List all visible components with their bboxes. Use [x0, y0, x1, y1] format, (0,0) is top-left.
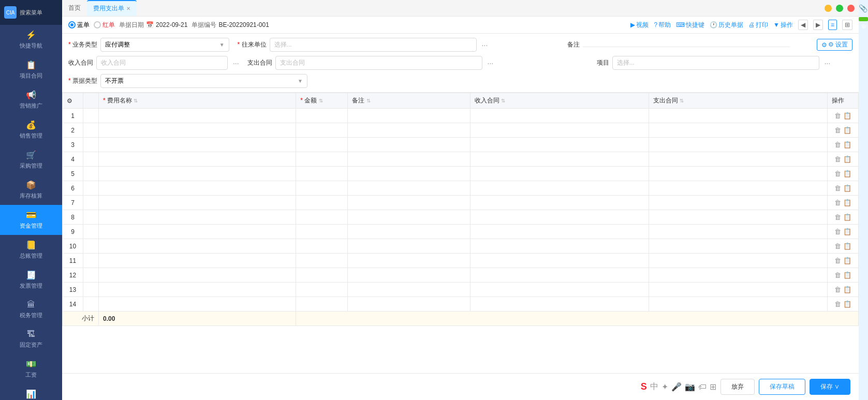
row-1-delete-icon[interactable]: 🗑: [834, 112, 841, 120]
row-13-income-contract[interactable]: [470, 283, 649, 297]
view-grid-button[interactable]: ⊞: [842, 20, 852, 30]
row-7-delete-icon[interactable]: 🗑: [834, 199, 841, 206]
row-10-name[interactable]: [99, 239, 296, 254]
row-12-income-contract[interactable]: [470, 268, 649, 283]
toolbar-help-button[interactable]: ?帮助: [654, 21, 671, 29]
row-11-expense-contract[interactable]: [649, 254, 827, 268]
row-2-name[interactable]: [99, 123, 296, 138]
row-8-delete-icon[interactable]: 🗑: [834, 213, 841, 221]
business-type-select[interactable]: 应付调整 ▼: [100, 38, 229, 52]
project-more-icon[interactable]: ···: [825, 59, 831, 67]
sidebar-item-tax[interactable]: 🏛税务管理: [0, 295, 62, 324]
row-11-income-contract[interactable]: [470, 254, 649, 268]
row-11-name[interactable]: [99, 254, 296, 268]
row-11-amount[interactable]: [296, 254, 348, 268]
row-12-amount[interactable]: [296, 268, 348, 283]
row-9-memo[interactable]: [348, 225, 470, 239]
row-10-expense-contract[interactable]: [649, 239, 827, 254]
toolbar-video-button[interactable]: ▶视频: [630, 21, 649, 29]
row-1-copy-icon[interactable]: 📋: [843, 112, 851, 120]
footer-icon-2[interactable]: ✦: [661, 382, 668, 392]
nav-prev-button[interactable]: ◀: [798, 20, 808, 30]
toolbar-operate-button[interactable]: ▼操作: [773, 21, 793, 29]
row-1-name[interactable]: [99, 109, 296, 123]
row-8-expense-contract[interactable]: [649, 210, 827, 225]
row-2-memo[interactable]: [348, 123, 470, 138]
row-12-memo[interactable]: [348, 268, 470, 283]
partner-input[interactable]: 选择...: [270, 38, 477, 52]
row-2-income-contract[interactable]: [470, 123, 649, 138]
col-expense-contract-header[interactable]: 支出合同 ⇅: [649, 93, 827, 109]
row-14-delete-icon[interactable]: 🗑: [834, 300, 841, 308]
window-maximize-button[interactable]: [836, 5, 843, 12]
save-draft-button[interactable]: 保存草稿: [759, 379, 805, 395]
toolbar-history-button[interactable]: 🕐历史单据: [710, 21, 743, 29]
row-9-copy-icon[interactable]: 📋: [843, 228, 851, 235]
row-11-memo[interactable]: [348, 254, 470, 268]
row-4-name[interactable]: [99, 152, 296, 167]
sidebar-item-sales[interactable]: 💰销售管理: [0, 115, 62, 145]
sidebar-item-project-contract[interactable]: 📋项目合同: [0, 55, 62, 85]
row-6-copy-icon[interactable]: 📋: [843, 184, 851, 192]
row-8-amount[interactable]: [296, 210, 348, 225]
row-8-name[interactable]: [99, 210, 296, 225]
row-4-delete-icon[interactable]: 🗑: [834, 155, 841, 163]
row-13-memo[interactable]: [348, 283, 470, 297]
red-radio[interactable]: [94, 21, 101, 28]
row-13-delete-icon[interactable]: 🗑: [834, 286, 841, 293]
row-6-name[interactable]: [99, 181, 296, 196]
row-5-amount[interactable]: [296, 167, 348, 181]
footer-icon-5[interactable]: 🏷: [698, 382, 707, 392]
window-minimize-button[interactable]: [825, 5, 832, 12]
sidebar-item-salary[interactable]: 💵工资: [0, 354, 62, 384]
tab-home[interactable]: 首页: [62, 0, 87, 16]
row-8-income-contract[interactable]: [470, 210, 649, 225]
sidebar-item-inventory[interactable]: 📦库存核算: [0, 175, 62, 205]
footer-icon-6[interactable]: ⊞: [710, 382, 716, 392]
row-3-name[interactable]: [99, 138, 296, 152]
row-12-delete-icon[interactable]: 🗑: [834, 271, 841, 279]
row-6-income-contract[interactable]: [470, 181, 649, 196]
invoice-type-select[interactable]: 不开票 ▼: [100, 74, 307, 88]
row-1-expense-contract[interactable]: [649, 109, 827, 123]
expense-contract-more-icon[interactable]: ···: [488, 59, 494, 67]
row-10-amount[interactable]: [296, 239, 348, 254]
right-sidebar-item-1[interactable]: 📎: [858, 2, 868, 15]
col-memo-header[interactable]: 备注 ⇅: [348, 93, 470, 109]
toolbar-shortcut-button[interactable]: ⌨快捷键: [676, 21, 704, 29]
partner-more-icon[interactable]: ···: [482, 41, 488, 49]
settings-button[interactable]: ⚙ ⚙ 设置: [817, 39, 852, 51]
row-9-income-contract[interactable]: [470, 225, 649, 239]
col-income-contract-sort-icon[interactable]: ⇅: [501, 98, 505, 103]
row-4-memo[interactable]: [348, 152, 470, 167]
row-7-name[interactable]: [99, 196, 296, 210]
sidebar-search-label[interactable]: 搜索菜单: [20, 9, 42, 17]
row-10-memo[interactable]: [348, 239, 470, 254]
discard-button[interactable]: 放弃: [720, 379, 755, 395]
row-5-copy-icon[interactable]: 📋: [843, 170, 851, 177]
row-13-expense-contract[interactable]: [649, 283, 827, 297]
col-memo-sort-icon[interactable]: ⇅: [366, 98, 371, 103]
row-4-income-contract[interactable]: [470, 152, 649, 167]
row-13-copy-icon[interactable]: 📋: [843, 286, 851, 293]
row-2-amount[interactable]: [296, 123, 348, 138]
save-button[interactable]: 保存 ∨: [810, 379, 850, 395]
row-7-amount[interactable]: [296, 196, 348, 210]
income-contract-more-icon[interactable]: ···: [233, 59, 239, 67]
blue-radio-label[interactable]: 蓝单: [68, 21, 90, 29]
sidebar-item-operations[interactable]: 📊经营管理: [0, 384, 62, 400]
row-7-memo[interactable]: [348, 196, 470, 210]
row-6-memo[interactable]: [348, 181, 470, 196]
row-1-income-contract[interactable]: [470, 109, 649, 123]
tab-close-expense[interactable]: ✕: [126, 6, 130, 11]
row-9-name[interactable]: [99, 225, 296, 239]
sidebar-item-purchase[interactable]: 🛒采购管理: [0, 145, 62, 175]
row-11-delete-icon[interactable]: 🗑: [834, 257, 841, 264]
col-income-contract-header[interactable]: 收入合同 ⇅: [470, 93, 649, 109]
toolbar-print-button[interactable]: 🖨打印: [748, 21, 768, 29]
col-settings-header[interactable]: ⚙: [63, 93, 83, 109]
row-13-amount[interactable]: [296, 283, 348, 297]
sidebar-item-marketing[interactable]: 📢营销推广: [0, 85, 62, 115]
blue-radio[interactable]: [68, 21, 76, 28]
sidebar-item-invoice[interactable]: 🧾发票管理: [0, 265, 62, 295]
